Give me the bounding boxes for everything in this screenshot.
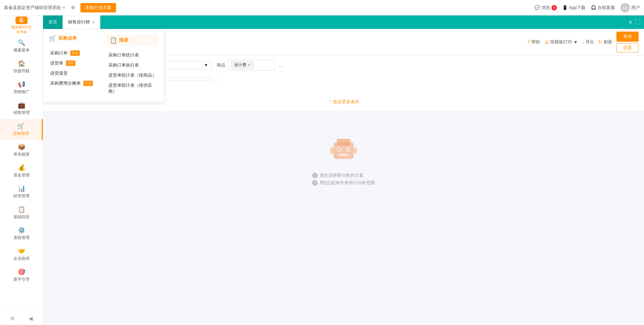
sidebar-label-finance: 资金管理: [13, 172, 30, 178]
empty-icon: [327, 132, 360, 166]
app-download-btn[interactable]: 📱 App下载: [562, 5, 585, 11]
cart-icon: 🛒: [17, 122, 25, 130]
user-btn[interactable]: Ea 用户: [620, 3, 640, 12]
dropdown-item-purchase-stat[interactable]: 采购订单统计表: [107, 50, 158, 60]
phone-icon: 📱: [562, 5, 568, 10]
sidebar-item-inventory[interactable]: 📦 库存核算: [0, 140, 43, 161]
history-badge-3: 历史: [83, 81, 93, 86]
sidebar-item-system[interactable]: ⚙️ 系统管理: [0, 223, 43, 244]
export-btn[interactable]: ↓ 导出: [582, 39, 594, 45]
filter-goods-input[interactable]: 设计费 ✕: [228, 59, 275, 71]
sidebar-item-basic-info[interactable]: 📋 基础信息: [0, 202, 43, 223]
tab-close-all-icon[interactable]: ✕: [628, 19, 633, 26]
logo-title: 畅捷通好生意: [11, 25, 32, 30]
logo-icon: 6: [15, 16, 28, 24]
refresh-label: 刷新: [604, 39, 612, 45]
system-name: 装备及固定资产辅助管理系统: [4, 5, 61, 11]
user-label: 用户: [631, 5, 640, 11]
step1-num: 1: [312, 173, 318, 178]
chevron-up-icon: ⌃: [328, 99, 332, 105]
empty-state: 1 请先选择要分析的方案 2 用[过滤]条件来缩小分析范围: [43, 112, 644, 207]
box-icon: 📦: [18, 143, 25, 151]
sidebar-settings-btn[interactable]: ⚙: [10, 315, 15, 322]
target-icon: 🎯: [18, 268, 25, 276]
avatar-text: Ea: [623, 6, 627, 10]
sidebar-item-beginner[interactable]: 🎯 新手引导: [0, 265, 43, 286]
sidebar-item-quick-nav[interactable]: 🏠 快捷导航: [0, 56, 43, 77]
empty-text: 1 请先选择要分析的方案 2 用[过滤]条件来缩小分析范围: [312, 171, 374, 187]
chart-icon: 📊: [18, 185, 25, 192]
export-icon: ↓: [582, 39, 584, 45]
sidebar-item-purchase[interactable]: 🛒 采购管理: [0, 119, 43, 140]
system-chevron-icon: ▼: [62, 6, 66, 9]
tab-sales-ranking[interactable]: 销售排行榜 ✕: [63, 15, 100, 29]
dropdown-item-purchase-exec[interactable]: 采购订单执行表: [107, 60, 158, 70]
sidebar-label-marketing: 营销推广: [13, 89, 30, 95]
sidebar-item-sales[interactable]: 💼 销售管理: [0, 98, 43, 119]
logo-symbol: 6: [20, 16, 23, 24]
sidebar-item-marketing[interactable]: 📢 营销推广: [0, 77, 43, 98]
main-body: 6 畅捷通好生意 标准版 🔍 搜索菜单 🏠 快捷导航 📢 营销推广: [0, 15, 644, 325]
goods-ellipsis-btn[interactable]: …: [278, 62, 283, 68]
message-btn[interactable]: 💬 消息 9: [535, 5, 557, 11]
dropdown-item-return[interactable]: 进货退货: [49, 68, 100, 78]
sidebar-menu: 🔍 搜索菜单 🏠 快捷导航 📢 营销推广 💼 销售管理 🛒 采购管: [0, 36, 43, 312]
report-col-icon: 📋: [110, 37, 117, 44]
dropdown-item-incoming-stat-supplier[interactable]: 进货单统计表（按供应商）: [107, 80, 158, 96]
sidebar-item-operation[interactable]: 📊 经营管理: [0, 181, 43, 202]
headset-icon: 🎧: [591, 5, 596, 10]
help-label: 帮助: [531, 39, 540, 45]
sidebar-label-inventory: 库存核算: [13, 152, 30, 157]
settings-icon[interactable]: ⚙: [68, 3, 78, 12]
handshake-icon: 🤝: [18, 247, 25, 255]
sidebar-collapse-btn[interactable]: ◀: [29, 315, 33, 322]
sidebar-item-enterprise[interactable]: 🤝 企业协同: [0, 244, 43, 265]
system-selector[interactable]: 装备及固定资产辅助管理系统 ▼: [4, 5, 66, 11]
sidebar-label-sales: 销售管理: [13, 110, 30, 116]
tab-expand-icon[interactable]: ⛶: [635, 19, 641, 25]
refresh-btn[interactable]: ↻ 刷新: [598, 39, 612, 45]
svg-rect-6: [338, 154, 349, 156]
filter-goods: 商品 设计费 ✕ …: [217, 59, 283, 71]
purchase-col-title-label: 采购业务: [58, 35, 77, 41]
setting-btn[interactable]: 设置: [616, 43, 639, 52]
help-btn[interactable]: ? 帮助: [527, 39, 540, 45]
top-bar-right: 💬 消息 9 📱 App下载 🎧 在线客服 Ea 用户: [535, 3, 640, 12]
tab-bar-end: ✕ ⛶: [625, 15, 644, 29]
expense-label: 采购费用分摊单: [50, 80, 81, 86]
sidebar-item-search[interactable]: 🔍 搜索菜单: [0, 36, 43, 56]
sidebar-label-system: 系统管理: [13, 235, 30, 241]
print-btn[interactable]: 🖨 按模板打印 ▼: [544, 39, 578, 45]
help-icon: ?: [527, 39, 530, 45]
top-bar: 装备及固定资产辅助管理系统 ▼ ⚙ 体验行业方案 💬 消息 9 📱 App下载 …: [0, 0, 644, 15]
step2-num: 2: [312, 180, 318, 186]
purchase-col-icon: 🛒: [49, 35, 56, 42]
collapse-text: 收起更多条件: [333, 99, 359, 105]
salesperson-ellipsis-btn[interactable]: …: [214, 76, 219, 82]
sidebar: 6 畅捷通好生意 标准版 🔍 搜索菜单 🏠 快捷导航 📢 营销推广: [0, 15, 43, 325]
filter-goods-label: 商品: [217, 62, 225, 68]
dropdown-item-expense[interactable]: 采购费用分摊单 历史: [49, 78, 100, 88]
tab-close-icon[interactable]: ✕: [92, 20, 95, 25]
purchase-stat-label: 采购订单统计表: [108, 52, 139, 58]
sidebar-label-basic-info: 基础信息: [13, 214, 30, 220]
dropdown-item-purchase-order[interactable]: 采购订单 历史: [49, 48, 100, 58]
sidebar-item-finance[interactable]: 💰 资金管理: [0, 161, 43, 181]
goods-tag-close[interactable]: ✕: [248, 63, 251, 67]
industry-btn[interactable]: 体验行业方案: [80, 3, 116, 12]
online-service-btn[interactable]: 🎧 在线客服: [591, 5, 615, 11]
svg-rect-1: [337, 139, 350, 146]
tab-home[interactable]: 首页: [43, 15, 63, 29]
content-area: 首页 销售排行榜 ✕ ✕ ⛶ 🛒 采购业务: [43, 15, 644, 325]
sidebar-bottom: ⚙ ◀: [0, 312, 43, 325]
dropdown-item-incoming-stat-goods[interactable]: 进货单统计表（按商品）: [107, 70, 158, 80]
filter-status-chevron: ▼: [204, 63, 208, 68]
return-label: 进货退货: [50, 70, 68, 76]
logo-area: 6 畅捷通好生意 标准版: [0, 15, 43, 36]
incoming-stat-goods-label: 进货单统计表（按商品）: [108, 72, 156, 78]
query-btn[interactable]: 查询: [616, 32, 639, 42]
sidebar-label-operation: 经营管理: [13, 193, 30, 199]
report-col: 📋 报表 采购订单统计表 采购订单执行表 进货单统计表（按商品）: [107, 35, 158, 96]
money-icon: 💰: [18, 164, 25, 171]
dropdown-item-incoming[interactable]: 进货单 历史: [49, 58, 100, 68]
